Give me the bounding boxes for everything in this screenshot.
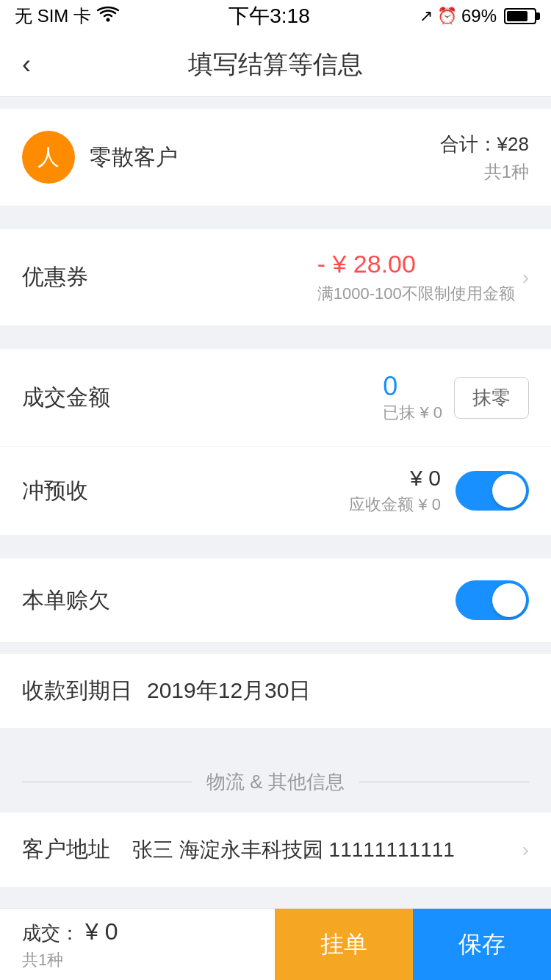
address-value: 张三 海淀永丰科技园 11111111111 <box>132 836 522 864</box>
total-count: 共1种 <box>440 160 529 184</box>
customer-section: 人 零散客户 合计：¥28 共1种 <box>0 109 551 206</box>
debit-section: 本单赊欠 <box>0 558 551 642</box>
location-icon: ↗ <box>419 7 433 26</box>
avatar-icon: 人 <box>37 143 60 173</box>
address-label: 客户地址 <box>22 835 110 865</box>
coupon-right: - ¥ 28.00 满1000-100不限制使用金额 › <box>317 250 529 305</box>
debit-toggle[interactable] <box>455 580 529 620</box>
debit-toggle-thumb <box>492 583 526 617</box>
duedate-section: 收款到期日 2019年12月30日 <box>0 654 551 728</box>
bottom-info: 成交： ¥ 0 共1种 <box>0 918 275 971</box>
status-right: ↗ ⏰ 69% <box>419 6 536 26</box>
save-button[interactable]: 保存 <box>413 909 551 981</box>
prereceive-label: 冲预收 <box>22 476 88 506</box>
address-chevron-icon: › <box>522 838 529 862</box>
customer-name: 零散客户 <box>90 143 178 173</box>
battery-icon <box>504 8 536 24</box>
deal-amount-sub: 已抹 ¥ 0 <box>383 402 442 424</box>
deal-amount-right: 0 已抹 ¥ 0 抹零 <box>383 371 529 424</box>
logistics-section: 物流 & 其他信息 <box>0 752 551 813</box>
page-title: 填写结算等信息 <box>188 48 363 82</box>
prereceive-main: ¥ 0 <box>349 466 441 491</box>
coupon-info: - ¥ 28.00 满1000-100不限制使用金额 <box>317 250 515 305</box>
deal-amount-row: 成交金额 0 已抹 ¥ 0 抹零 <box>0 349 551 447</box>
bottom-deal-row: 成交： ¥ 0 <box>22 918 253 946</box>
bottom-bar: 成交： ¥ 0 共1种 挂单 保存 <box>0 908 551 980</box>
duedate-label: 收款到期日 <box>22 676 132 706</box>
round-button[interactable]: 抹零 <box>454 377 529 419</box>
divider-line-right <box>359 782 529 782</box>
divider-line-left <box>22 782 192 782</box>
prereceive-right: ¥ 0 应收金额 ¥ 0 <box>349 466 529 516</box>
deal-amount-label: 成交金额 <box>22 383 110 413</box>
nav-bar: ‹ 填写结算等信息 <box>0 32 551 97</box>
deal-amount-values: 0 已抹 ¥ 0 <box>383 371 442 424</box>
bottom-count: 共1种 <box>22 949 253 971</box>
status-bar: 无 SIM 卡 下午3:18 ↗ ⏰ 69% <box>0 0 551 32</box>
back-button[interactable]: ‹ <box>22 49 31 80</box>
coupon-discount: - ¥ 28.00 <box>317 250 515 278</box>
deal-amount-value: 0 <box>383 371 442 402</box>
svg-point-0 <box>107 18 110 22</box>
toggle-thumb <box>492 474 526 508</box>
bottom-deal-label: 成交： <box>22 920 79 946</box>
avatar: 人 <box>22 131 75 184</box>
logistics-divider: 物流 & 其他信息 <box>0 752 551 813</box>
coupon-label: 优惠券 <box>22 262 88 292</box>
alarm-icon: ⏰ <box>437 7 457 26</box>
prereceive-toggle[interactable] <box>455 471 529 511</box>
logistics-divider-text: 物流 & 其他信息 <box>206 769 345 795</box>
amount-section: 成交金额 0 已抹 ¥ 0 抹零 冲预收 ¥ 0 应收金额 ¥ 0 <box>0 349 551 535</box>
wifi-icon <box>97 6 119 26</box>
prereceive-values: ¥ 0 应收金额 ¥ 0 <box>349 466 441 516</box>
battery-percent: 69% <box>461 6 497 26</box>
debit-label: 本单赊欠 <box>22 586 110 616</box>
status-left: 无 SIM 卡 <box>15 4 119 28</box>
total-amount-label: 合计：¥28 <box>440 131 529 157</box>
pend-button[interactable]: 挂单 <box>275 909 413 981</box>
coupon-row[interactable]: 优惠券 - ¥ 28.00 满1000-100不限制使用金额 › <box>0 229 551 325</box>
customer-left: 人 零散客户 <box>22 131 178 184</box>
duedate-value: 2019年12月30日 <box>147 676 311 706</box>
carrier-text: 无 SIM 卡 <box>15 4 91 28</box>
bottom-deal-amount: ¥ 0 <box>85 918 118 945</box>
status-time: 下午3:18 <box>228 2 310 30</box>
prereceive-sub: 应收金额 ¥ 0 <box>349 494 441 516</box>
prereceive-row: 冲预收 ¥ 0 应收金额 ¥ 0 <box>0 447 551 535</box>
coupon-desc: 满1000-100不限制使用金额 <box>317 283 515 305</box>
customer-total: 合计：¥28 共1种 <box>440 131 529 184</box>
address-row[interactable]: 客户地址 张三 海淀永丰科技园 11111111111 › <box>0 813 551 887</box>
chevron-right-icon: › <box>522 266 529 289</box>
